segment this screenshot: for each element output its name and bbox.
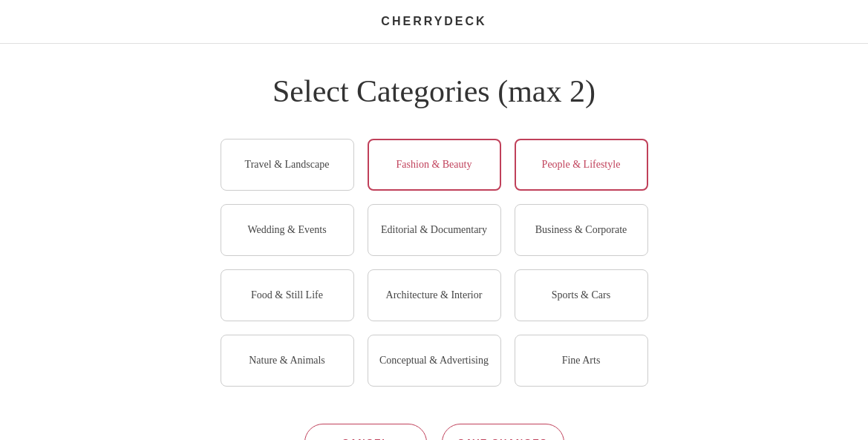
- site-header: CHERRYDECK: [0, 0, 868, 44]
- category-btn-food-still-life[interactable]: Food & Still Life: [221, 269, 354, 321]
- page-title: Select Categories (max 2): [273, 73, 595, 109]
- save-changes-button[interactable]: SAVE CHANGES: [442, 424, 564, 440]
- main-content: Select Categories (max 2) Travel & Lands…: [0, 44, 868, 440]
- category-btn-travel-landscape[interactable]: Travel & Landscape: [221, 139, 354, 191]
- site-logo: CHERRYDECK: [381, 15, 486, 28]
- category-btn-business-corporate[interactable]: Business & Corporate: [515, 204, 648, 256]
- categories-grid: Travel & LandscapeFashion & BeautyPeople…: [221, 139, 648, 387]
- category-btn-fine-arts[interactable]: Fine Arts: [515, 335, 648, 387]
- actions-row: CANCEL SAVE CHANGES: [304, 424, 564, 440]
- category-btn-conceptual-advertising[interactable]: Conceptual & Advertising: [368, 335, 501, 387]
- category-btn-wedding-events[interactable]: Wedding & Events: [221, 204, 354, 256]
- category-btn-fashion-beauty[interactable]: Fashion & Beauty: [368, 139, 501, 191]
- category-btn-editorial-documentary[interactable]: Editorial & Documentary: [368, 204, 501, 256]
- category-btn-sports-cars[interactable]: Sports & Cars: [515, 269, 648, 321]
- category-btn-nature-animals[interactable]: Nature & Animals: [221, 335, 354, 387]
- category-btn-people-lifestyle[interactable]: People & Lifestyle: [515, 139, 648, 191]
- cancel-button[interactable]: CANCEL: [304, 424, 427, 440]
- category-btn-architecture-interior[interactable]: Architecture & Interior: [368, 269, 501, 321]
